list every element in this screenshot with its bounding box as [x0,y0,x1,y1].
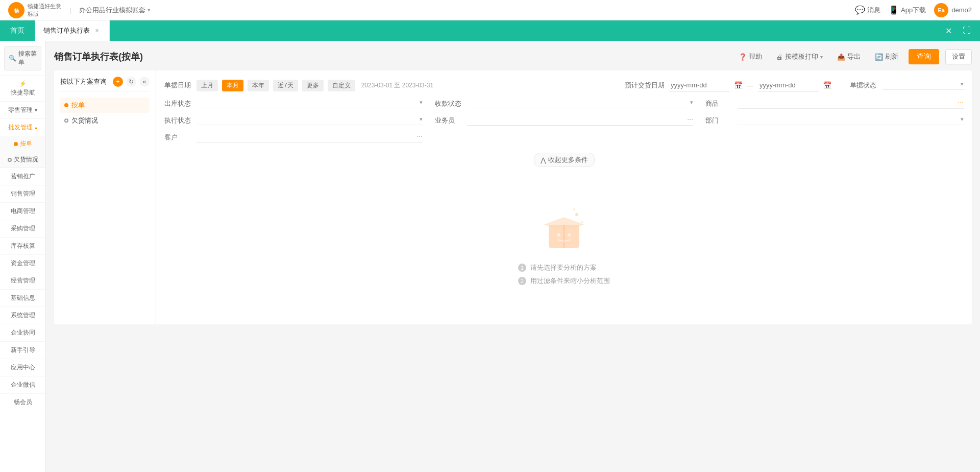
sidebar-item-base[interactable]: 基础信息 [0,290,45,307]
active-dot-icon [14,142,18,146]
inactive-scheme-circle [64,119,68,123]
print-btn[interactable]: 🖨 按模板打印 ▾ [772,50,827,63]
out-status-chevron: ▾ [420,99,423,106]
left-menu-item-欠货情况[interactable]: 欠货情况 [60,113,150,128]
sidebar-sub-item-欠货情况[interactable]: 欠货情况 [0,152,45,168]
maximize-btn[interactable]: ⛶ [960,23,974,38]
salesperson-more-icon[interactable]: ··· [687,115,693,123]
sidebar-item-retail[interactable]: 零售管理 ▾ [0,102,45,119]
goods-input[interactable]: ··· [738,98,964,109]
sidebar-item-sales[interactable]: 销售管理 [0,185,45,203]
top-header: 畅 畅捷通好生意 标版 | 办公用品行业模拟账套 ▾ 💬 消息 📱 App下载 … [0,0,980,20]
sidebar-item-marketing[interactable]: 营销推广 [0,168,45,185]
refresh-icon: 🔄 [875,53,883,61]
close-window-btn[interactable]: ✕ [941,23,955,38]
sidebar-item-guide[interactable]: 新手引导 [0,342,45,359]
collapse-filters-btn[interactable]: ⋀ 收起更多条件 [534,153,595,167]
sidebar-item-wechat[interactable]: 企业微信 [0,376,45,394]
refresh-btn[interactable]: 🔄 刷新 [871,50,902,63]
date-btn-custom[interactable]: 自定义 [328,80,355,91]
date-btn-this-year[interactable]: 本年 [248,80,269,91]
sidebar-item-system[interactable]: 系统管理 [0,307,45,324]
sidebar-item-inventory[interactable]: 库存核算 [0,238,45,255]
app-download-icon: 📱 [889,5,899,15]
sidebar-item-finance[interactable]: 资金管理 [0,255,45,272]
sidebar-item-operations[interactable]: 经营管理 [0,272,45,290]
sidebar-item-enterprise[interactable]: 企业协同 [0,324,45,342]
breadcrumb[interactable]: 办公用品行业模拟账套 ▾ [79,6,151,15]
print-chevron: ▾ [820,54,823,60]
svg-text:畅: 畅 [14,8,19,13]
customer-more-icon[interactable]: ··· [416,132,423,140]
sidebar-item-purchase[interactable]: 采购管理 [0,220,45,238]
date-filter-group: 单据日期 上月 本月 本年 近7天 更多 自定义 2023-03-01 至 20… [164,80,433,91]
svg-point-8 [573,208,575,210]
date-btn-7days[interactable]: 近7天 [273,80,298,91]
sidebar-item-app-center[interactable]: 应用中心 [0,359,45,376]
main-content-panel: 按以下方案查询 + ↻ « 按单 [54,70,972,324]
sidebar-item-member[interactable]: 畅会员 [0,394,45,411]
goods-more-icon[interactable]: ··· [958,98,964,106]
export-btn[interactable]: 📤 导出 [833,50,865,63]
status-chevron-icon: ▾ [961,81,964,87]
sidebar-search-area: 🔍 搜索菜单 [0,41,45,76]
salesperson-input[interactable]: ··· [467,115,693,126]
help-btn[interactable]: ❓ 帮助 [734,50,766,63]
exec-status-select[interactable]: ▾ [197,116,423,125]
export-icon: 📤 [837,53,845,61]
date-btn-last-month[interactable]: 上月 [197,80,218,91]
message-btn[interactable]: 💬 消息 [855,5,880,15]
filter-row-3: 执行状态 ▾ 业务员 ··· [164,115,964,126]
collapse-panel-btn[interactable]: « [139,77,150,87]
calendar-icon-1[interactable]: 📅 [734,81,743,89]
sidebar-search-btn[interactable]: 🔍 搜索菜单 [4,46,41,70]
chevron-down-retail: ▾ [35,107,37,113]
collect-status-select[interactable]: ▾ [467,99,693,108]
quick-nav-icon: ⚡ [19,80,27,87]
salesperson-text-input[interactable] [467,115,687,123]
add-scheme-btn[interactable]: + [113,77,123,87]
customer-field: 客户 ··· [164,132,423,143]
customer-text-input[interactable] [197,132,416,140]
empty-state: 1 请先选择要分析的方案 2 用过滤条件来缩小分析范围 [164,171,964,316]
filter-section: 单据日期 上月 本月 本年 近7天 更多 自定义 2023-03-01 至 20… [164,79,964,171]
goods-text-input[interactable] [738,99,958,106]
sidebar-item-ecommerce[interactable]: 电商管理 [0,203,45,220]
svg-point-6 [575,213,578,216]
exec-status-chevron: ▾ [420,116,423,123]
user-menu[interactable]: Ea demo2 [934,3,972,17]
out-status-select[interactable]: ▾ [197,99,423,108]
date-btn-this-month[interactable]: 本月 [222,80,243,91]
step-num-1: 1 [518,264,526,272]
sidebar-item-quick-nav[interactable]: ⚡ 快捷导航 [0,76,45,102]
page-actions: ❓ 帮助 🖨 按模板打印 ▾ 📤 导出 🔄 刷新 查询 [734,49,972,64]
empty-illustration [538,202,590,253]
left-menu-item-按单[interactable]: 按单 [60,98,150,113]
calendar-icon-2[interactable]: 📅 [823,81,831,89]
dept-select[interactable]: ▾ [738,116,964,125]
tab-close-btn[interactable]: × [93,27,101,35]
status-select[interactable]: ▾ [882,81,964,90]
logo-text: 畅捷通好生意 标版 [28,3,61,17]
svg-point-9 [557,233,560,237]
sidebar-item-wholesale[interactable]: 批发管理 ▴ [0,119,45,136]
tab-bar: 首页 销售订单执行表 × ✕ ⛶ [0,20,980,41]
app-download-btn[interactable]: 📱 App下载 [889,5,926,15]
sidebar-sub-item-按单[interactable]: 按单 [0,136,45,152]
search-icon: 🔍 [9,55,16,62]
query-btn[interactable]: 查询 [909,49,939,64]
out-status-field: 出库状态 ▾ [164,98,423,109]
settings-btn[interactable]: 设置 [945,49,972,64]
expected-date-start[interactable] [669,79,730,92]
date-btn-more[interactable]: 更多 [302,80,324,91]
customer-input[interactable]: ··· [197,132,423,143]
collapse-icon: ⋀ [541,156,546,164]
left-panel-header: 按以下方案查询 + ↻ « [60,77,150,91]
svg-point-10 [568,233,571,237]
message-icon: 💬 [855,5,865,15]
refresh-scheme-btn[interactable]: ↻ [126,77,136,87]
left-panel-actions: + ↻ « [113,77,150,87]
tab-home[interactable]: 首页 [0,20,35,41]
expected-date-end[interactable] [757,79,819,92]
tab-sales-order[interactable]: 销售订单执行表 × [35,20,110,41]
